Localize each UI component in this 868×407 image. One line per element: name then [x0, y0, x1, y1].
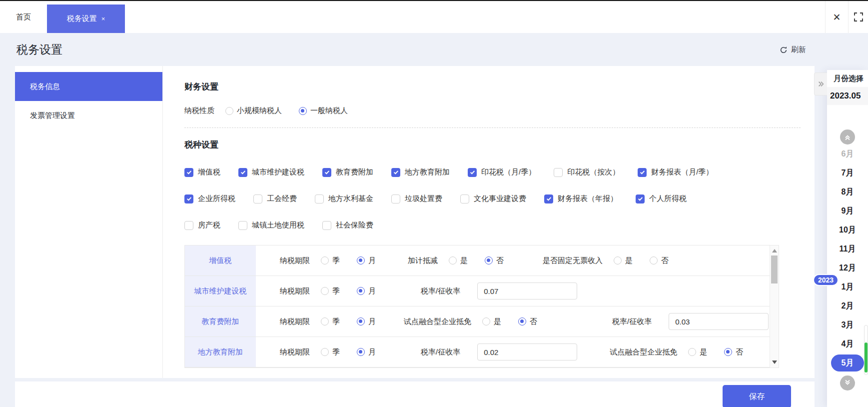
checkbox-icon[interactable]: [391, 168, 400, 177]
scroll-up-icon[interactable]: [772, 249, 777, 252]
month-item-6月[interactable]: 6月: [831, 144, 864, 164]
month-item-7月[interactable]: 7月: [831, 164, 864, 182]
checkbox-icon[interactable]: [184, 168, 193, 177]
税率/征收率-input[interactable]: [477, 282, 577, 300]
checkbox-icon[interactable]: [184, 194, 193, 204]
地方教育附加-纳税期限-radio-季[interactable]: 季: [321, 348, 340, 357]
checkbox-icon[interactable]: [253, 194, 262, 204]
radio-icon[interactable]: [225, 107, 233, 115]
radio-icon[interactable]: [688, 348, 696, 356]
radio-icon[interactable]: [357, 318, 365, 326]
month-item-3月[interactable]: 3月: [831, 316, 864, 334]
checkbox-企业所得税[interactable]: 企业所得税: [184, 194, 235, 204]
checkbox-地方水利基金[interactable]: 地方水利基金: [315, 194, 373, 204]
checkbox-房产税[interactable]: 房产税: [184, 220, 220, 230]
radio-icon[interactable]: [614, 256, 622, 264]
checkbox-icon[interactable]: [238, 221, 247, 230]
tab-home[interactable]: 首页: [0, 1, 47, 33]
months-scroll-up-button[interactable]: [840, 130, 855, 144]
month-item-5月[interactable]: 5月: [831, 354, 864, 372]
checkbox-个人所得税[interactable]: 个人所得税: [636, 194, 687, 204]
checkbox-增值税[interactable]: 增值税: [184, 168, 220, 177]
checkbox-icon[interactable]: [315, 194, 324, 204]
增值税-是否固定无票收入-radio-是[interactable]: 是: [614, 256, 633, 266]
增值税-加计抵减-radio-否[interactable]: 否: [485, 256, 504, 266]
教育费附加-试点融合型企业抵免-radio-是[interactable]: 是: [482, 317, 501, 326]
checkbox-icon[interactable]: [460, 194, 469, 204]
radio-icon[interactable]: [485, 256, 493, 264]
checkbox-icon[interactable]: [554, 168, 563, 177]
scrollbar-thumb[interactable]: [771, 256, 778, 284]
增值税-纳税期限-radio-月[interactable]: 月: [357, 256, 376, 266]
地方教育附加-试点融合型企业抵免-radio-否[interactable]: 否: [724, 348, 743, 357]
增值税-是否固定无票收入-radio-否[interactable]: 否: [650, 256, 669, 266]
months-scroll-down-button[interactable]: [840, 376, 855, 390]
checkbox-icon[interactable]: [184, 221, 193, 230]
教育费附加-试点融合型企业抵免-radio-否[interactable]: 否: [518, 317, 537, 326]
radio-icon[interactable]: [321, 287, 329, 295]
checkbox-财务报表（月/季）[interactable]: 财务报表（月/季）: [638, 168, 713, 177]
checkbox-地方教育附加[interactable]: 地方教育附加: [391, 168, 450, 177]
month-item-2月[interactable]: 2月: [831, 296, 864, 316]
checkbox-icon[interactable]: [638, 168, 647, 177]
增值税-加计抵减-radio-是[interactable]: 是: [449, 256, 468, 266]
checkbox-icon[interactable]: [636, 194, 645, 204]
税率/征收率-input[interactable]: [669, 313, 769, 330]
checkbox-文化事业建设费[interactable]: 文化事业建设费: [460, 194, 526, 204]
month-item-8月[interactable]: 8月: [831, 182, 864, 202]
radio-icon[interactable]: [321, 348, 329, 356]
month-item-11月[interactable]: 11月: [831, 240, 864, 258]
panel-collapse-button[interactable]: [814, 72, 827, 96]
radio-icon[interactable]: [650, 256, 658, 264]
地方教育附加-试点融合型企业抵免-radio-是[interactable]: 是: [688, 348, 707, 357]
checkbox-icon[interactable]: [322, 221, 331, 230]
radio-icon[interactable]: [518, 318, 526, 326]
checkbox-教育费附加[interactable]: 教育费附加: [322, 168, 373, 177]
checkbox-icon[interactable]: [238, 168, 247, 177]
fullscreen-icon[interactable]: [848, 1, 868, 33]
checkbox-印花税（按次）[interactable]: 印花税（按次）: [554, 168, 620, 177]
城市维护建设税-纳税期限-radio-月[interactable]: 月: [357, 286, 376, 296]
radio-icon[interactable]: [724, 348, 732, 356]
checkbox-icon[interactable]: [468, 168, 477, 177]
tab-close-icon[interactable]: ×: [101, 15, 105, 22]
refresh-button[interactable]: 刷新: [780, 45, 806, 54]
税率/征收率-input[interactable]: [477, 344, 577, 360]
radio-icon[interactable]: [321, 318, 329, 326]
checkbox-工会经费[interactable]: 工会经费: [253, 194, 297, 204]
checkbox-icon[interactable]: [322, 168, 331, 177]
radio-icon[interactable]: [357, 287, 365, 295]
radio-icon[interactable]: [357, 348, 365, 356]
sidebar-item-1[interactable]: 发票管理设置: [15, 101, 162, 130]
save-button[interactable]: 保存: [723, 385, 791, 407]
增值税-纳税期限-radio-季[interactable]: 季: [321, 256, 340, 266]
scroll-down-icon[interactable]: [772, 360, 777, 364]
month-item-10月[interactable]: 10月: [831, 220, 864, 240]
checkbox-icon[interactable]: [391, 194, 400, 204]
checkbox-社会保险费[interactable]: 社会保险费: [322, 220, 373, 230]
radio-icon[interactable]: [482, 318, 490, 326]
month-item-9月[interactable]: 9月: [831, 202, 864, 220]
tax-nature-radio-一般纳税人[interactable]: 一般纳税人: [299, 106, 348, 116]
checkbox-城镇土地使用税[interactable]: 城镇土地使用税: [238, 220, 304, 230]
radio-icon[interactable]: [321, 256, 329, 264]
radio-icon[interactable]: [299, 107, 307, 115]
month-item-12月[interactable]: 12月: [831, 258, 864, 278]
checkbox-城市维护建设税[interactable]: 城市维护建设税: [238, 168, 304, 177]
教育费附加-纳税期限-radio-月[interactable]: 月: [357, 317, 376, 326]
month-item-4月[interactable]: 4月: [831, 334, 864, 354]
radio-icon[interactable]: [449, 256, 457, 264]
sidebar-item-0[interactable]: 税务信息: [15, 72, 162, 101]
tab-tax-settings[interactable]: 税务设置 ×: [47, 4, 125, 33]
tax-nature-radio-小规模纳税人[interactable]: 小规模纳税人: [225, 106, 282, 116]
checkbox-icon[interactable]: [544, 194, 553, 204]
table-scrollbar[interactable]: [770, 246, 779, 368]
checkbox-印花税（月/季）[interactable]: 印花税（月/季）: [468, 168, 536, 177]
month-scroll-thumb[interactable]: [865, 342, 868, 372]
checkbox-垃圾处置费[interactable]: 垃圾处置费: [391, 194, 442, 204]
close-icon[interactable]: ✕: [825, 1, 848, 33]
城市维护建设税-纳税期限-radio-季[interactable]: 季: [321, 286, 340, 296]
地方教育附加-纳税期限-radio-月[interactable]: 月: [357, 348, 376, 357]
radio-icon[interactable]: [357, 256, 365, 264]
教育费附加-纳税期限-radio-季[interactable]: 季: [321, 317, 340, 326]
